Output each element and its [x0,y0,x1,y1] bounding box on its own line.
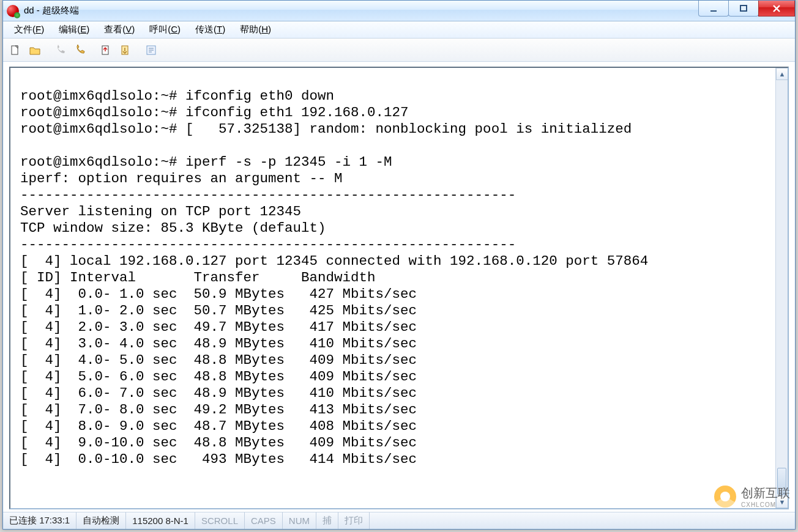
open-button[interactable] [26,42,43,59]
watermark-subtext: CXHLCOM [741,501,790,508]
menu-transfer[interactable]: 传送(T) [188,23,233,37]
menu-view[interactable]: 查看(V) [97,23,142,37]
toolbar [3,39,795,62]
receive-button[interactable] [117,42,134,59]
hyperterminal-window: dd - 超级终端 文件(F) 编辑(E) 查看(V) 呼叫(C) 传送(T) … [2,0,796,530]
close-button[interactable] [758,1,795,17]
phone-hangup-icon [74,44,86,56]
status-detect: 自动检测 [76,512,126,529]
send-button[interactable] [97,42,114,59]
status-serial: 115200 8-N-1 [126,512,195,529]
status-capture: 捕 [316,512,338,529]
minimize-icon [709,4,718,13]
properties-icon [145,44,157,56]
watermark-logo-icon [714,486,736,508]
new-file-icon [9,44,21,56]
new-button[interactable] [7,42,24,59]
minimize-button[interactable] [698,1,729,17]
status-scroll: SCROLL [195,512,245,529]
status-connection: 已连接 17:33:1 [3,512,76,529]
menu-help[interactable]: 帮助(H) [233,23,278,37]
titlebar[interactable]: dd - 超级终端 [3,1,795,21]
disconnect-button[interactable] [72,42,89,59]
send-file-icon [100,44,112,56]
menu-edit[interactable]: 编辑(E) [51,23,97,37]
maximize-icon [739,4,748,13]
open-folder-icon [29,44,41,56]
statusbar: 已连接 17:33:1 自动检测 115200 8-N-1 SCROLL CAP… [3,512,795,529]
terminal-output[interactable]: root@imx6qdlsolo:~# ifconfig eth0 down r… [10,82,775,495]
window-controls [699,1,795,17]
close-icon [772,4,781,13]
terminal-area: root@imx6qdlsolo:~# ifconfig eth0 down r… [9,67,789,509]
status-print: 打印 [338,512,370,529]
properties-button[interactable] [143,42,160,59]
menu-call[interactable]: 呼叫(C) [142,23,188,37]
vertical-scrollbar[interactable]: ▲ ▼ [775,68,788,508]
receive-file-icon [119,44,132,56]
window-title: dd - 超级终端 [24,5,791,17]
svg-rect-1 [740,6,747,11]
status-num: NUM [283,512,316,529]
maximize-button[interactable] [728,1,759,17]
status-caps: CAPS [245,512,283,529]
watermark: 创新互联 CXHLCOM [714,485,790,508]
phone-icon [54,44,67,56]
svg-rect-0 [710,10,717,12]
app-icon [7,5,19,17]
watermark-text: 创新互联 [741,485,790,501]
connect-button[interactable] [52,42,69,59]
menubar: 文件(F) 编辑(E) 查看(V) 呼叫(C) 传送(T) 帮助(H) [3,21,795,39]
scroll-up-button[interactable]: ▲ [776,68,788,80]
menu-file[interactable]: 文件(F) [7,23,51,37]
